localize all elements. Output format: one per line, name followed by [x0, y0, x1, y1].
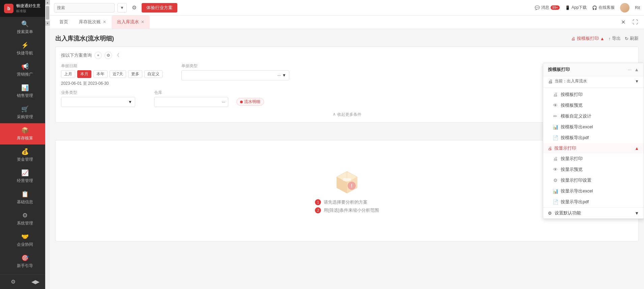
doctype-label: 单据类型	[181, 63, 289, 69]
sidebar-item-quick-nav[interactable]: ⚡ 快捷导航	[0, 38, 50, 59]
dropdown-item-template-preview[interactable]: 👁 按模板预览	[543, 100, 644, 111]
page-header-actions: 🖨 按模板打印 ▲ ↑ 导出 ↻ 刷新	[571, 35, 639, 42]
filter-title: 按以下方案查询	[61, 52, 92, 58]
sidebar-item-guide-label: 新手引导	[17, 263, 33, 269]
tab-close-all-btn[interactable]: ✕	[618, 18, 628, 27]
dropdown-header-actions: ··· ▲	[627, 67, 639, 72]
topbar-dropdown-btn[interactable]: ▼	[117, 3, 127, 12]
template-print-btn[interactable]: 🖨 按模板打印 ▲	[571, 35, 605, 42]
step-1-num: 1	[315, 199, 321, 205]
display-print-section-label: 按显示打印	[554, 145, 576, 151]
export-btn[interactable]: ↑ 导出	[609, 35, 621, 42]
dropdown-chevron-up[interactable]: ▲	[634, 67, 639, 72]
scroll-thumb[interactable]	[46, 6, 49, 20]
scroll-up-btn[interactable]: ▲	[45, 0, 50, 5]
sidebar-item-finance[interactable]: 💰 资金管理	[0, 144, 50, 166]
sidebar-item-search-label: 搜索菜单	[17, 29, 33, 35]
filter-settings-btn[interactable]: ⚙	[105, 52, 112, 59]
filter-collapse-btn[interactable]: 《	[115, 52, 119, 58]
date-prev-month-btn[interactable]: 上月	[61, 70, 75, 78]
doctype-select[interactable]: ··· ▼	[181, 70, 289, 80]
sidebar-item-search[interactable]: 🔍 搜索菜单	[0, 17, 50, 38]
tab-flow[interactable]: 出入库流水 ✕	[112, 16, 150, 29]
sidebar-item-basic[interactable]: 📋 基础信息	[0, 187, 50, 208]
dropdown-display-section-header[interactable]: 🖨 按显示打印 ▲	[543, 143, 644, 153]
refresh-btn[interactable]: ↻ 刷新	[625, 35, 639, 42]
business-select[interactable]: ▼	[61, 97, 135, 107]
filter-doctype-field: 单据类型 ··· ▼	[181, 63, 289, 80]
step-2-text: 用[筛选]条件来缩小分析范围	[324, 207, 379, 213]
chevron-up-icon2: ∧	[333, 112, 336, 117]
dropdown-item-template-excel[interactable]: 📊 按模板导出excel	[543, 122, 644, 132]
scroll-down-btn[interactable]: ▼	[45, 21, 50, 26]
tab-batch-close[interactable]: ✕	[103, 20, 106, 24]
settings-gear-btn[interactable]: ⚙	[11, 279, 16, 285]
dropdown-item-display-excel[interactable]: 📊 按显示导出excel	[543, 186, 644, 196]
purchase-icon: 🛒	[21, 105, 29, 113]
messages-btn[interactable]: 💬 消息 99+	[535, 5, 560, 10]
sidebar-item-sales[interactable]: 📊 销售管理	[0, 81, 50, 102]
sidebar-item-operations[interactable]: 📈 经营管理	[0, 166, 50, 187]
topbar-search-input[interactable]	[54, 3, 115, 12]
sidebar-collapse-btn[interactable]: ◀▶	[31, 279, 39, 285]
business-label: 业务类型	[61, 90, 135, 96]
dropdown-item-display-settings[interactable]: ⚙ 按显示打印设置	[543, 175, 644, 186]
messages-badge: 99+	[551, 5, 560, 10]
dropdown-item-display-pdf[interactable]: 📄 按显示导出pdf	[543, 196, 644, 207]
app-download-btn[interactable]: 📱 App下载	[565, 5, 587, 10]
sidebar-item-system[interactable]: ⚙ 系统管理	[0, 208, 50, 230]
filter-chip-detail[interactable]: 流水明细	[236, 98, 264, 106]
date-current-year-btn[interactable]: 本年	[93, 70, 108, 78]
sidebar-nav: 🔍 搜索菜单 ⚡ 快捷导航 📢 营销推广 📊 销售管理 🛒 采购管理 📦 库存核…	[0, 17, 50, 274]
dropdown-item-display-preview[interactable]: 👁 按显示预览	[543, 164, 644, 175]
tabbar: 首页 库存批次账 ✕ 出入库流水 ✕ ✕ ⛶	[50, 16, 644, 29]
empty-steps: 1 请先选择要分析的方案 2 用[筛选]条件来缩小分析范围	[315, 199, 379, 213]
collapse-btn-label: 收起更多条件	[337, 112, 361, 117]
tab-batch-label: 库存批次账	[79, 19, 101, 25]
sidebar-item-guide[interactable]: 🎯 新手引导	[0, 251, 50, 272]
dropdown-item-template-pdf[interactable]: 📄 按模板导出pdf	[543, 132, 644, 143]
topbar-gear-icon[interactable]: ⚙	[129, 3, 139, 12]
company-name: 畅捷通好生意	[16, 3, 40, 9]
refresh-label: 刷新	[630, 35, 639, 42]
filter-add-btn[interactable]: +	[94, 52, 102, 59]
date-current-month-btn[interactable]: 本月	[77, 70, 91, 78]
quick-nav-icon: ⚡	[21, 42, 29, 49]
chip-dot	[240, 101, 243, 103]
dropdown-more-icon[interactable]: ···	[627, 67, 632, 72]
sidebar-item-marketing[interactable]: 📢 营销推广	[0, 59, 50, 81]
default-function-icon: ⚙	[548, 211, 552, 216]
industry-btn[interactable]: 体验行业方案	[142, 3, 177, 12]
warehouse-select[interactable]: ···	[154, 97, 228, 107]
dropdown-header: 按模板打印 ··· ▲	[543, 63, 644, 76]
dropdown-item-template-print[interactable]: 🖨 按模板打印	[543, 89, 644, 100]
date-more-btn[interactable]: 更多	[128, 70, 142, 78]
empty-step-2: 2 用[筛选]条件来缩小分析范围	[315, 207, 379, 213]
sidebar-item-marketing-label: 营销推广	[17, 72, 33, 77]
sidebar-item-purchase[interactable]: 🛒 采购管理	[0, 102, 50, 123]
current-chevron: ▼	[635, 79, 639, 84]
sidebar-item-operations-label: 经营管理	[17, 178, 33, 184]
filter-chip-area: 流水明细	[236, 98, 264, 107]
avatar[interactable]	[620, 3, 630, 12]
display-print-label: 按显示打印	[561, 156, 583, 162]
template-custom-icon: ✏	[553, 113, 558, 119]
dropdown-item-template-custom[interactable]: ✏ 模板自定义设计	[543, 111, 644, 122]
app-logo: b 畅捷通好生意 标准版	[0, 0, 50, 17]
dropdown-default-function[interactable]: ⚙ 设置默认功能 ▼	[543, 207, 644, 218]
tab-batch[interactable]: 库存批次账 ✕	[74, 16, 112, 29]
tab-maximize-btn[interactable]: ⛶	[631, 18, 640, 27]
tab-flow-close[interactable]: ✕	[141, 20, 144, 24]
template-print-item-label: 按模板打印	[561, 91, 583, 98]
sidebar-item-cooperation[interactable]: 🤝 企业协同	[0, 230, 50, 251]
refresh-icon: ↻	[625, 36, 628, 41]
export-icon: ↑	[609, 36, 611, 41]
tab-home[interactable]: 首页	[54, 16, 74, 29]
sidebar-item-inventory[interactable]: 📦 库存核算	[0, 123, 50, 144]
date-recent7-btn[interactable]: 近7天	[110, 70, 126, 78]
sidebar-item-purchase-label: 采购管理	[17, 114, 33, 120]
online-service-btn[interactable]: 🎧 在线客服	[592, 5, 615, 10]
date-custom-btn[interactable]: 自定义	[144, 70, 163, 78]
chevron-up-icon: ▲	[600, 36, 605, 41]
dropdown-item-display-print[interactable]: 🖨 按显示打印	[543, 153, 644, 164]
